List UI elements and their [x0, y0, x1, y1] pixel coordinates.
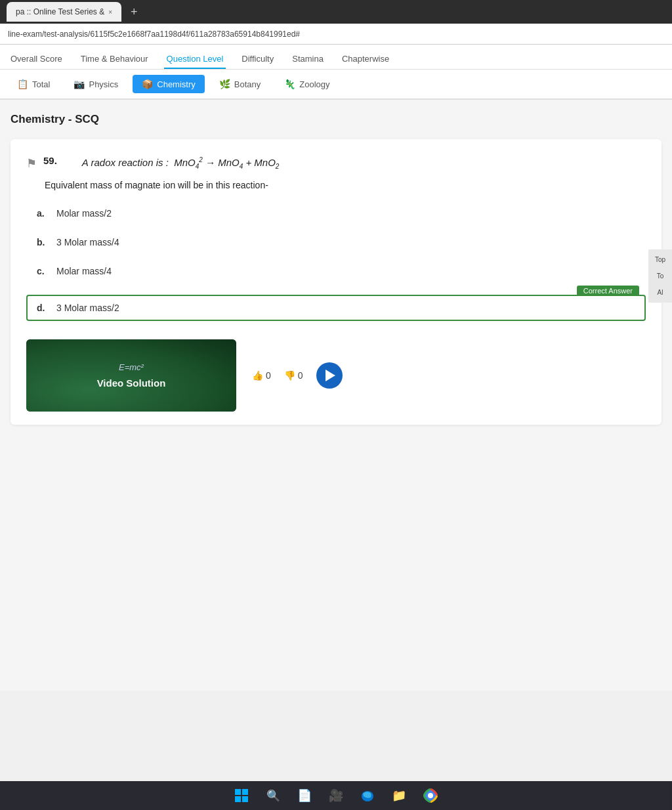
tab-botany[interactable]: 🌿 Botany	[210, 75, 270, 93]
nav-tabs: Overall Score Time & Behaviour Question …	[0, 45, 672, 70]
question-subtitle: Equivalent mass of magnate ion will be i…	[45, 179, 646, 192]
question-flag-icon: ⚑	[26, 156, 37, 171]
option-b: b. 3 Molar mass/4	[37, 237, 646, 247]
sidebar-all-item[interactable]: Al	[650, 285, 671, 300]
subject-tabs: 📋 Total 📷 Physics 📦 Chemistry 🌿 Botany 🦎…	[0, 70, 672, 100]
option-b-label: b.	[37, 237, 50, 247]
video-actions: 👍 0 👎 0	[252, 362, 343, 389]
taskbar-edge-icon[interactable]	[358, 786, 377, 805]
tab-difficulty[interactable]: Difficulty	[239, 50, 276, 69]
option-a-text: Molar mass/2	[56, 208, 112, 219]
svg-point-6	[428, 793, 433, 798]
option-c-label: c.	[37, 266, 50, 276]
sidebar-to-item[interactable]: To	[650, 268, 671, 284]
tab-chemistry[interactable]: 📦 Chemistry	[133, 75, 205, 93]
tab-close-button[interactable]: ×	[108, 9, 112, 16]
sidebar-top-item[interactable]: Top	[650, 252, 671, 267]
taskbar-windows-icon[interactable]	[232, 786, 251, 805]
taskbar-chrome-icon[interactable]	[421, 786, 440, 805]
new-tab-button[interactable]: +	[127, 4, 142, 20]
like-count: 0	[266, 370, 271, 381]
option-a-label: a.	[37, 208, 50, 219]
video-formula: E=mc²	[119, 362, 144, 372]
tab-total-label: Total	[32, 79, 50, 89]
browser-tab[interactable]: pa :: Online Test Series & ×	[7, 2, 121, 22]
option-c: c. Molar mass/4	[37, 266, 646, 276]
tab-chemistry-label: Chemistry	[157, 79, 196, 89]
svg-rect-2	[235, 796, 241, 802]
question-formula-text: A radox reaction is : MnO42 → MnO4 + MnO…	[82, 155, 280, 172]
chemistry-icon: 📦	[142, 79, 153, 89]
option-d: d. 3 Molar mass/2	[26, 295, 646, 321]
option-d-text: 3 Molar mass/2	[56, 303, 119, 313]
total-icon: 📋	[17, 79, 28, 89]
tab-question-level[interactable]: Question Level	[164, 50, 226, 69]
tab-chapterwise[interactable]: Chapterwise	[339, 50, 392, 69]
taskbar-search-icon[interactable]: 🔍	[264, 786, 282, 805]
dislike-button[interactable]: 👎 0	[284, 370, 303, 381]
tab-physics-label: Physics	[89, 79, 118, 89]
play-icon	[326, 370, 335, 381]
dislike-count: 0	[298, 370, 303, 381]
question-card: ⚑ 59. A radox reaction is : MnO42 → MnO4…	[10, 139, 662, 425]
like-button[interactable]: 👍 0	[252, 370, 271, 381]
address-bar[interactable]: line-exam/test-analysis/6115f5c2e1668f7a…	[0, 24, 672, 45]
tab-zoology-label: Zoology	[299, 79, 329, 89]
option-d-label: d.	[37, 303, 50, 313]
tab-botany-label: Botany	[234, 79, 261, 89]
botany-icon: 🌿	[219, 79, 230, 89]
video-solution-label: Video Solution	[97, 377, 166, 389]
option-b-text: 3 Molar mass/4	[56, 237, 119, 247]
option-c-text: Molar mass/4	[56, 266, 112, 276]
video-thumbnail[interactable]: E=mc² Video Solution	[26, 339, 236, 412]
thumbs-up-icon: 👍	[252, 370, 263, 381]
tab-label: pa :: Online Test Series &	[16, 7, 104, 16]
tab-time-behaviour[interactable]: Time & Behaviour	[78, 50, 151, 69]
taskbar: 🔍 📄 🎥 📁	[0, 781, 672, 810]
play-button[interactable]	[316, 362, 343, 389]
zoology-icon: 🦎	[284, 79, 295, 89]
taskbar-file-icon[interactable]: 📄	[295, 786, 314, 805]
tab-zoology[interactable]: 🦎 Zoology	[275, 75, 339, 93]
svg-rect-0	[235, 789, 241, 795]
main-content: Chemistry - SCQ ⚑ 59. A radox reaction i…	[0, 100, 672, 691]
sidebar-float: Top To Al	[648, 249, 672, 303]
tab-overall-score[interactable]: Overall Score	[8, 50, 65, 69]
taskbar-camera-icon[interactable]: 🎥	[327, 786, 345, 805]
section-title: Chemistry - SCQ	[10, 113, 662, 126]
taskbar-folder-icon[interactable]: 📁	[390, 786, 408, 805]
physics-icon: 📷	[74, 79, 85, 89]
tab-total[interactable]: 📋 Total	[8, 75, 59, 93]
tab-physics[interactable]: 📷 Physics	[64, 75, 127, 93]
question-number: 59.	[43, 155, 57, 166]
tab-stamina[interactable]: Stamina	[289, 50, 326, 69]
question-header: ⚑ 59. A radox reaction is : MnO42 → MnO4…	[26, 155, 646, 175]
option-a: a. Molar mass/2	[37, 208, 646, 219]
video-solution-section: E=mc² Video Solution 👍 0 👎 0	[26, 339, 646, 412]
browser-chrome: pa :: Online Test Series & × +	[0, 0, 672, 24]
svg-rect-3	[242, 796, 248, 802]
thumbs-down-icon: 👎	[284, 370, 295, 381]
url-text: line-exam/test-analysis/6115f5c2e1668f7a…	[8, 30, 300, 39]
svg-rect-1	[242, 789, 248, 795]
